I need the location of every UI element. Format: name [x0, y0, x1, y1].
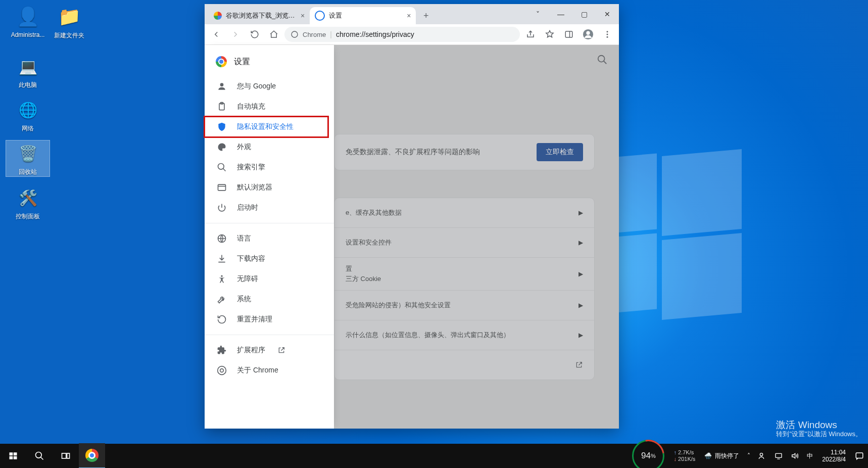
taskbar-chrome[interactable]	[79, 443, 105, 468]
desktop-icon-network[interactable]: 🌐网络	[6, 97, 50, 133]
page-dim-overlay	[334, 45, 619, 429]
sidebar-item-label: 无障碍	[237, 274, 258, 284]
reload-button[interactable]	[246, 26, 263, 43]
tray-overflow-button[interactable]: ˄	[743, 444, 754, 468]
tray-network-icon[interactable]	[770, 444, 787, 468]
sidebar-item-power[interactable]: 启动时	[205, 198, 328, 218]
sidebar-item-label: 下载内容	[237, 254, 265, 263]
home-button[interactable]	[265, 26, 282, 43]
sidebar-item-search[interactable]: 搜索引擎	[205, 157, 328, 177]
search-icon	[217, 162, 227, 172]
sidebar-item-label: 语言	[237, 234, 251, 243]
taskbar-search-button[interactable]	[26, 444, 53, 468]
action-center-button[interactable]	[851, 444, 868, 468]
svg-point-5	[607, 34, 608, 35]
open-external-icon	[277, 346, 285, 354]
titlebar[interactable]: 谷歌浏览器下载_浏览器官网入口 × 设置 × + ˅ — ▢ ✕	[205, 4, 619, 24]
svg-rect-1	[565, 31, 572, 37]
url-scheme-label: Chrome	[303, 31, 326, 38]
taskbar: 94% ↑ 2.7K/s ↓ 201K/s 🌧️雨快停了 ˄ 中 11:0420…	[0, 444, 868, 468]
tray-people-icon[interactable]	[754, 444, 770, 468]
palette-icon	[217, 142, 227, 152]
globe-icon	[217, 233, 227, 244]
svg-point-10	[218, 164, 224, 170]
address-bar[interactable]: Chrome | chrome://settings/privacy	[284, 27, 520, 42]
svg-point-6	[607, 36, 608, 38]
tray-clock[interactable]: 11:042022/8/4	[817, 449, 851, 463]
sidebar-separator	[205, 223, 334, 223]
window-controls: ˅ — ▢ ✕	[526, 4, 619, 24]
restore-icon	[217, 314, 227, 324]
tab-settings[interactable]: 设置 ×	[310, 7, 416, 24]
svg-point-3	[586, 31, 590, 35]
sidebar-item-label: 扩展程序	[237, 346, 265, 355]
download-icon	[217, 254, 227, 264]
settings-favicon-icon	[315, 11, 325, 21]
system-tray: 94% ↑ 2.7K/s ↓ 201K/s 🌧️雨快停了 ˄ 中 11:0420…	[632, 444, 868, 468]
shield-icon	[217, 122, 227, 132]
window-collapse-button[interactable]: ˅	[526, 4, 549, 24]
tab-close-icon[interactable]: ×	[301, 12, 305, 20]
tab-close-icon[interactable]: ×	[407, 12, 411, 20]
svg-point-24	[760, 453, 763, 456]
sidebar-item-access[interactable]: 无障碍	[205, 269, 328, 289]
tab-title: 谷歌浏览器下载_浏览器官网入口	[226, 12, 297, 20]
sidebar-item-label: 启动时	[237, 203, 258, 212]
weather-tray[interactable]: 🌧️雨快停了	[700, 444, 743, 468]
desktop-icon-control-panel[interactable]: 🛠️控制面板	[6, 185, 50, 221]
task-view-button[interactable]	[53, 444, 79, 468]
sidebar-item-shield[interactable]: 隐私设置和安全性	[205, 117, 328, 137]
chrome-icon	[217, 365, 227, 376]
sidebar-item-clipboard[interactable]: 自动填充	[205, 97, 328, 117]
sidebar-item-download[interactable]: 下载内容	[205, 249, 328, 269]
forward-button[interactable]	[227, 26, 244, 43]
sidebar-item-palette[interactable]: 外观	[205, 137, 328, 157]
sidebar-item-label: 默认浏览器	[237, 183, 272, 192]
sidebar-item-browser[interactable]: 默认浏览器	[205, 177, 328, 198]
new-tab-button[interactable]: +	[419, 9, 433, 23]
sidebar-item-label: 外观	[237, 143, 251, 152]
bookmark-button[interactable]	[541, 26, 558, 43]
chrome-window: 谷歌浏览器下载_浏览器官网入口 × 设置 × + ˅ — ▢ ✕	[205, 4, 619, 429]
network-meter-badge[interactable]: 94%	[632, 440, 664, 468]
sidebar-item-label: 关于 Chrome	[237, 366, 278, 375]
user-folder-icon: 👤	[15, 4, 40, 29]
sidebar-item-label: 您与 Google	[237, 82, 276, 91]
window-minimize-button[interactable]: —	[549, 4, 572, 24]
tray-ime[interactable]: 中	[803, 444, 817, 468]
desktop-icon-new-folder[interactable]: 📁新建文件夹	[47, 4, 91, 40]
desktop-icon-recycle-bin[interactable]: 🗑️回收站	[6, 141, 50, 176]
chrome-scheme-icon	[291, 30, 299, 38]
sidepanel-button[interactable]	[560, 26, 577, 43]
svg-point-7	[220, 83, 224, 86]
desktop-icon-this-pc[interactable]: 💻此电脑	[6, 54, 50, 89]
sidebar-item-chrome[interactable]: 关于 Chrome	[205, 360, 328, 381]
clipboard-icon	[217, 102, 227, 112]
settings-page: 免受数据泄露、不良扩展程序等问题的影响 立即检查 e、缓存及其他数据▶ 设置和安…	[334, 45, 619, 429]
svg-point-21	[36, 452, 42, 458]
svg-point-15	[220, 369, 224, 372]
svg-rect-26	[856, 453, 863, 458]
control-panel-icon: 🛠️	[15, 185, 40, 210]
tab-downloads-site[interactable]: 谷歌浏览器下载_浏览器官网入口 ×	[209, 7, 310, 24]
sidebar-item-globe[interactable]: 语言	[205, 228, 328, 249]
svg-rect-22	[62, 453, 66, 458]
profile-button[interactable]	[580, 26, 597, 43]
start-button[interactable]	[0, 444, 26, 468]
tray-volume-icon[interactable]	[787, 444, 803, 468]
chrome-logo-icon	[216, 56, 227, 67]
sidebar-item-ext[interactable]: 扩展程序	[205, 340, 328, 360]
window-close-button[interactable]: ✕	[596, 4, 619, 24]
share-button[interactable]	[522, 26, 539, 43]
desktop-icon-administrator[interactable]: 👤Administra...	[6, 4, 50, 38]
svg-point-4	[607, 31, 608, 32]
window-maximize-button[interactable]: ▢	[572, 4, 596, 24]
settings-title: 设置	[234, 57, 250, 67]
menu-button[interactable]	[599, 26, 616, 43]
back-button[interactable]	[208, 26, 225, 43]
sidebar-item-wrench[interactable]: 系统	[205, 289, 328, 309]
sidebar-item-person[interactable]: 您与 Google	[205, 76, 328, 97]
sidebar-item-restore[interactable]: 重置并清理	[205, 309, 328, 330]
url-text: chrome://settings/privacy	[336, 30, 414, 38]
svg-rect-18	[14, 452, 17, 455]
